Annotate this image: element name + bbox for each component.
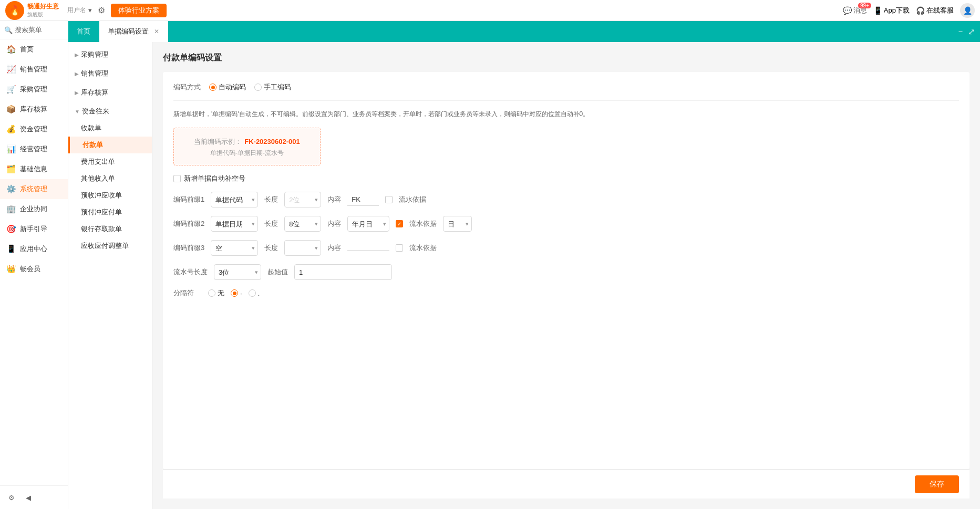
prefix1-serial-checkbox[interactable] xyxy=(385,196,393,203)
sidebar-item-guide[interactable]: 🎯 新手引导 xyxy=(0,219,68,239)
sub-item-prepay-receivable[interactable]: 预收冲应收单 xyxy=(68,187,152,204)
bottom-bar: 保存 xyxy=(163,469,969,498)
sidebar-item-finance[interactable]: 💰 资金管理 xyxy=(0,119,68,139)
sidebar-item-company[interactable]: 🏢 企业协同 xyxy=(0,199,68,219)
chevron-down-icon: ▼ xyxy=(75,109,80,115)
tab-bar-actions: － ⤢ xyxy=(956,26,980,37)
prefix3-select-wrapper: 空 xyxy=(211,240,258,256)
sub-item-expense[interactable]: 费用支出单 xyxy=(68,153,152,170)
member-icon: 👑 xyxy=(6,264,16,274)
sidebar-item-home[interactable]: 🏠 首页 xyxy=(0,39,68,59)
sidebar-item-member[interactable]: 👑 畅会员 xyxy=(0,259,68,279)
bottom-collapse-icon[interactable]: ◀ xyxy=(21,490,36,505)
guide-icon: 🎯 xyxy=(6,224,16,234)
code-preview-box: 当前编码示例： FK-20230602-001 单据代码-单据日期-流水号 xyxy=(173,128,321,165)
settings-icon[interactable]: ⚙ xyxy=(96,5,107,16)
prefix1-select-wrapper: 单据代码 xyxy=(211,192,258,207)
prefix2-content-select[interactable]: 年月日 xyxy=(347,216,389,232)
finance-icon: 💰 xyxy=(6,124,16,134)
prefix1-length-label: 长度 xyxy=(264,195,278,204)
auto-fill-row: 新增单据自动补空号 xyxy=(173,174,959,183)
separator-row: 分隔符 无 · . xyxy=(173,288,959,298)
sub-group-purchase-header[interactable]: ▶ 采购管理 xyxy=(68,46,152,63)
sub-group-inventory: ▶ 库存核算 xyxy=(68,84,152,101)
sub-item-payment[interactable]: 付款单 xyxy=(68,137,152,153)
app-download-btn[interactable]: 📱 App下载 xyxy=(873,6,910,15)
sep-dot-radio[interactable]: . xyxy=(249,289,260,297)
sidebar-item-operation[interactable]: 📊 经营管理 xyxy=(0,139,68,159)
avatar[interactable]: 👤 xyxy=(960,3,975,18)
prefix1-length-wrapper: 2位 xyxy=(284,192,321,207)
sub-item-prepay-payable[interactable]: 预付冲应付单 xyxy=(68,204,152,221)
separator-label: 分隔符 xyxy=(173,288,202,298)
prefix2-label: 编码前缀2 xyxy=(173,219,204,228)
sidebar-item-inventory[interactable]: 📦 库存核算 xyxy=(0,99,68,119)
start-value-input[interactable] xyxy=(294,264,392,280)
nav-dropdown[interactable]: 用户名 ▾ xyxy=(67,6,92,15)
sub-item-ar-ap-adjust[interactable]: 应收应付调整单 xyxy=(68,237,152,254)
tab-bar: 首页 单据编码设置 ✕ － ⤢ xyxy=(68,21,980,42)
tab-encoding[interactable]: 单据编码设置 ✕ xyxy=(99,21,168,42)
message-btn[interactable]: 💬 消息 99+ xyxy=(843,6,867,15)
prefix2-row: 编码前缀2 单据日期 长度 8位 内容 xyxy=(173,216,959,232)
code-preview-value: 当前编码示例： FK-20230602-001 xyxy=(184,136,310,147)
main-layout: 🔍 搜索菜单 🏠 首页 📈 销售管理 🛒 采购管理 📦 库存核算 💰 资金管理 … xyxy=(0,21,980,509)
save-button[interactable]: 保存 xyxy=(915,475,959,493)
encoding-method-row: 编码方式 自动编码 手工编码 xyxy=(173,82,959,92)
serial-length-select[interactable]: 3位 xyxy=(214,264,261,280)
prefix1-length-select[interactable]: 2位 xyxy=(284,192,321,207)
prefix3-length-select[interactable] xyxy=(284,240,321,256)
radio-manual-encode[interactable]: 手工编码 xyxy=(254,82,291,92)
bottom-settings-icon[interactable]: ⚙ xyxy=(4,490,19,505)
prefix2-select[interactable]: 单据日期 xyxy=(211,216,258,232)
prefix3-label: 编码前缀3 xyxy=(173,243,204,253)
prefix1-select[interactable]: 单据代码 xyxy=(211,192,258,207)
prefix2-serial-unit-wrapper: 日 xyxy=(443,216,472,232)
prefix3-serial-checkbox[interactable] xyxy=(396,244,403,252)
sub-item-other-income[interactable]: 其他收入单 xyxy=(68,170,152,187)
sidebar-item-purchase[interactable]: 🛒 采购管理 xyxy=(0,79,68,99)
content-body: ▶ 采购管理 ▶ 销售管理 ▶ 库存核算 xyxy=(68,42,980,509)
divider xyxy=(173,100,959,101)
sep-none-radio[interactable]: 无 xyxy=(208,288,224,298)
top-bar: 🔥 畅通好生意 旗舰版 用户名 ▾ ⚙ 体验行业方案 💬 消息 99+ 📱 Ap… xyxy=(0,0,980,21)
radio-auto-encode[interactable]: 自动编码 xyxy=(209,82,246,92)
sub-group-inventory-header[interactable]: ▶ 库存核算 xyxy=(68,84,152,101)
prefix2-serial-unit-select[interactable]: 日 xyxy=(443,216,472,232)
content-area: 首页 单据编码设置 ✕ － ⤢ ▶ 采购管理 xyxy=(68,21,980,509)
trial-btn[interactable]: 体验行业方案 xyxy=(111,4,167,17)
sub-group-purchase: ▶ 采购管理 xyxy=(68,46,152,63)
info-text: 新增单据时，'单据编码'自动生成，不可编辑。前缀设置为部门、业务员等档案类，开单… xyxy=(173,109,959,119)
tab-minimize-icon[interactable]: － xyxy=(956,26,965,37)
home-icon: 🏠 xyxy=(6,45,16,54)
sep-dash-radio[interactable]: · xyxy=(231,289,242,297)
sub-group-sales-header[interactable]: ▶ 销售管理 xyxy=(68,65,152,82)
sidebar-item-sales[interactable]: 📈 销售管理 xyxy=(0,59,68,79)
appstore-icon: 📱 xyxy=(6,244,16,254)
auto-fill-checkbox[interactable] xyxy=(173,175,181,182)
sidebar-item-system[interactable]: ⚙️ 系统管理 xyxy=(0,179,68,199)
sales-icon: 📈 xyxy=(6,65,16,74)
sub-group-capital: ▼ 资金往来 收款单 付款单 费用支出单 其他收入单 预收冲应收单 预付冲应付单… xyxy=(68,103,152,254)
system-icon: ⚙️ xyxy=(6,184,16,194)
sidebar-item-basic[interactable]: 🗂️ 基础信息 xyxy=(0,159,68,179)
tab-maximize-icon[interactable]: ⤢ xyxy=(968,27,975,37)
tab-home[interactable]: 首页 xyxy=(68,21,99,42)
sub-item-bank-deposit[interactable]: 银行存取款单 xyxy=(68,221,152,237)
sub-item-receipt[interactable]: 收款单 xyxy=(68,120,152,137)
prefix2-serial-checkbox[interactable]: ✓ xyxy=(396,220,403,227)
online-service-btn[interactable]: 🎧 在线客服 xyxy=(916,6,954,15)
company-icon: 🏢 xyxy=(6,204,16,214)
sub-group-capital-header[interactable]: ▼ 资金往来 xyxy=(68,103,152,120)
prefix3-select[interactable]: 空 xyxy=(211,240,258,256)
tab-close-icon[interactable]: ✕ xyxy=(154,28,159,35)
prefix3-row: 编码前缀3 空 长度 内容 xyxy=(173,240,959,256)
sep-dot-dot xyxy=(249,289,256,297)
sep-dash-dot xyxy=(231,289,238,297)
sidebar-search[interactable]: 🔍 搜索菜单 xyxy=(0,21,68,39)
prefix2-content-label: 内容 xyxy=(327,219,341,228)
encoding-radio-group: 自动编码 手工编码 xyxy=(209,82,291,92)
prefix2-length-select[interactable]: 8位 xyxy=(284,216,321,232)
sidebar-item-appstore[interactable]: 📱 应用中心 xyxy=(0,239,68,259)
serial-length-wrapper: 3位 xyxy=(214,264,261,280)
